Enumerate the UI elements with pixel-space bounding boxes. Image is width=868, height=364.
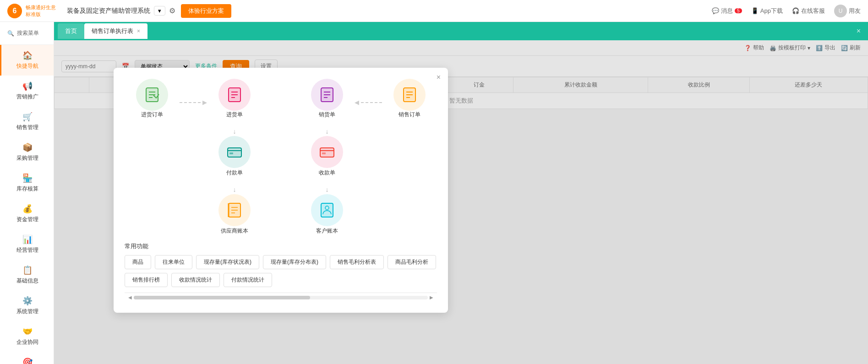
- common-functions: 常用功能 商品 往来单位 现存量(库存状况表) 现存量(库存分布表) 销售毛利分…: [125, 242, 437, 287]
- finance-icon: 💰: [22, 204, 33, 214]
- system-dropdown-button[interactable]: ▾: [154, 6, 165, 16]
- btn-product-gross[interactable]: 商品毛利分析: [388, 255, 436, 269]
- sidebar-item-newbie[interactable]: 🎯 新手引导: [0, 352, 54, 364]
- supplier-ledger-label: 供应商账本: [221, 227, 248, 235]
- message-button[interactable]: 💬 消息 5: [712, 7, 742, 15]
- purchase-bill-node[interactable]: [218, 79, 251, 111]
- settings-button[interactable]: ⚙: [169, 6, 175, 15]
- svg-rect-20: [228, 148, 241, 157]
- payment-bill-node[interactable]: [218, 136, 251, 168]
- tab-close-button[interactable]: ×: [137, 28, 140, 34]
- page-content: ❓ 帮助 🖨️ 按模板打印 ▾ ⬆️ 导出 🔄 刷新: [54, 40, 868, 364]
- btn-stock-dist[interactable]: 现存量(库存分布表): [263, 255, 326, 269]
- inventory-icon: 🏪: [22, 173, 33, 183]
- supplier-ledger-node[interactable]: [218, 194, 251, 226]
- btn-payment-stats[interactable]: 付款情况统计: [224, 273, 272, 287]
- common-functions-title: 常用功能: [125, 242, 437, 250]
- top-bar: 6 畅康通好生意 标准版 装备及固定资产辅助管理系统 ▾ ⚙ 体验行业方案: [0, 0, 868, 22]
- sidebar-item-operation[interactable]: 📊 经营管理: [0, 229, 54, 260]
- user-avatar: U: [834, 5, 847, 17]
- online-service-button[interactable]: 🎧 在线客服: [792, 7, 825, 15]
- sidebar-item-purchase[interactable]: 📦 采购管理: [0, 137, 54, 168]
- headset-icon: 🎧: [792, 7, 799, 14]
- sidebar-search-section: 🔍 搜索菜单: [0, 22, 54, 45]
- quick-guide-icon: 🏠: [22, 50, 33, 60]
- btn-sales-gross[interactable]: 销售毛利分析表: [330, 255, 384, 269]
- btn-stock-status[interactable]: 现存量(库存状况表): [196, 255, 259, 269]
- modal-overlay[interactable]: × 进货订单: [54, 40, 868, 364]
- btn-product[interactable]: 商品: [125, 255, 151, 269]
- svg-rect-27: [322, 152, 326, 154]
- svg-rect-23: [229, 152, 233, 154]
- payment-bill-label: 付款单: [226, 169, 243, 177]
- sidebar-item-inventory[interactable]: 🏪 库存核算: [0, 168, 54, 198]
- system-icon: ⚙️: [22, 296, 33, 306]
- scroll-left-arrow[interactable]: ◀: [128, 295, 132, 300]
- operation-icon: 📊: [22, 234, 33, 244]
- receipt-bill-node[interactable]: [311, 136, 343, 168]
- top-bar-right: 💬 消息 5 📱 App下载 🎧 在线客服 U 用友: [712, 5, 861, 17]
- common-buttons-row1: 商品 往来单位 现存量(库存状况表) 现存量(库存分布表) 销售毛利分析表 商品…: [125, 255, 437, 269]
- sidebar-item-sales[interactable]: 🛒 销售管理: [0, 106, 54, 137]
- btn-contacts[interactable]: 往来单位: [155, 255, 192, 269]
- basic-info-icon: 📋: [22, 265, 33, 275]
- sales-order-node[interactable]: [393, 79, 426, 111]
- sidebar-item-marketing[interactable]: 📢 营销推广: [0, 76, 54, 106]
- btn-sales-ranking[interactable]: 销售排行榜: [125, 273, 168, 287]
- user-menu-button[interactable]: U 用友: [834, 5, 861, 17]
- purchase-order-label: 进货订单: [141, 111, 163, 119]
- sales-order-label: 销售订单: [399, 111, 420, 119]
- customer-ledger-node[interactable]: [311, 194, 343, 226]
- system-title-text: 装备及固定资产辅助管理系统: [67, 7, 150, 15]
- svg-rect-24: [320, 148, 334, 157]
- sales-icon: 🛒: [22, 112, 33, 122]
- search-icon: 🔍: [7, 30, 14, 37]
- phone-icon: 📱: [751, 7, 759, 14]
- content-area: 首页 销售订单执行表 × × ❓ 帮助 🖨️: [54, 22, 868, 364]
- receipt-bill-label: 收款单: [319, 169, 335, 177]
- system-title: 装备及固定资产辅助管理系统 ▾ ⚙: [67, 6, 175, 16]
- sidebar-item-enterprise[interactable]: 🤝 企业协同: [0, 321, 54, 352]
- scroll-thumb[interactable]: [134, 296, 310, 299]
- message-badge: 5: [735, 8, 742, 13]
- newbie-icon: 🎯: [22, 357, 33, 364]
- sidebar-item-system[interactable]: ⚙️ 系统管理: [0, 290, 54, 321]
- modal-scrollbar: ◀ ▶: [125, 293, 437, 302]
- top-bar-left: 6 畅康通好生意 标准版 装备及固定资产辅助管理系统 ▾ ⚙ 体验行业方案: [7, 4, 231, 18]
- purchase-icon: 📦: [22, 142, 33, 152]
- sidebar: 🔍 搜索菜单 🏠 快捷导航 📢 营销推广 🛒 销售管理 📦 采购管理: [0, 22, 54, 364]
- sidebar-item-basic-info[interactable]: 📋 基础信息: [0, 260, 54, 290]
- tab-bar: 首页 销售订单执行表 × ×: [54, 22, 868, 40]
- logo-area: 6 畅康通好生意 标准版: [7, 4, 61, 18]
- app-container: 6 畅康通好生意 标准版 装备及固定资产辅助管理系统 ▾ ⚙ 体验行业方案: [0, 0, 868, 364]
- flow-diagram: 进货订单 ▶: [125, 79, 437, 235]
- purchase-order-node[interactable]: [136, 79, 168, 111]
- customer-ledger-label: 客户账本: [316, 227, 338, 235]
- search-menu-button[interactable]: 🔍 搜索菜单: [4, 27, 50, 40]
- modal-close-button[interactable]: ×: [437, 73, 441, 81]
- scroll-right-arrow[interactable]: ▶: [430, 295, 433, 300]
- try-plan-button[interactable]: 体验行业方案: [181, 4, 231, 18]
- main-layout: 🔍 搜索菜单 🏠 快捷导航 📢 营销推广 🛒 销售管理 📦 采购管理: [0, 22, 868, 364]
- common-buttons-row2: 销售排行榜 收款情况统计 付款情况统计: [125, 273, 437, 287]
- logo-icon: 6: [7, 4, 22, 18]
- sales-bill-node[interactable]: [311, 79, 343, 111]
- app-download-button[interactable]: 📱 App下载: [751, 7, 783, 15]
- logo-text: 畅康通好生意 标准版: [26, 4, 56, 17]
- marketing-icon: 📢: [22, 81, 33, 91]
- quick-guide-modal: × 进货订单: [114, 68, 448, 313]
- sales-bill-label: 销货单: [319, 111, 335, 119]
- message-icon: 💬: [712, 7, 719, 14]
- close-all-tabs-button[interactable]: ×: [853, 27, 864, 35]
- btn-receipt-stats[interactable]: 收款情况统计: [171, 273, 220, 287]
- tab-home[interactable]: 首页: [58, 23, 84, 39]
- sidebar-item-quick-guide[interactable]: 🏠 快捷导航: [0, 45, 54, 76]
- enterprise-icon: 🤝: [22, 326, 33, 337]
- purchase-bill-label: 进货单: [226, 111, 243, 119]
- svg-rect-34: [321, 203, 333, 217]
- tab-sales-order[interactable]: 销售订单执行表 ×: [84, 23, 147, 39]
- scroll-track[interactable]: [134, 296, 428, 299]
- sidebar-item-finance[interactable]: 💰 资金管理: [0, 198, 54, 229]
